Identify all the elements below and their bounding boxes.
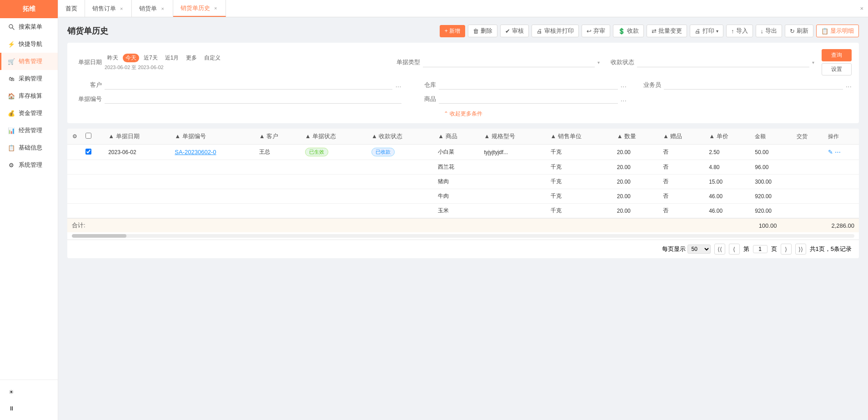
col-goods[interactable]: ▲ 商品 — [434, 129, 480, 145]
warehouse-dots-icon[interactable]: ... — [621, 81, 627, 89]
collect-status-input[interactable] — [637, 58, 809, 67]
cell-doc-no — [171, 189, 255, 204]
tab-sales-delivery[interactable]: 销货单 × — [132, 0, 173, 17]
new-button[interactable]: + 新增 — [440, 25, 465, 37]
goods-input[interactable] — [439, 94, 618, 104]
customer-label: 客户 — [75, 81, 102, 89]
col-doc-date[interactable]: ▲ 单据日期 — [105, 129, 171, 145]
goods-dots-icon[interactable]: ... — [621, 95, 627, 103]
col-collect-status[interactable]: ▲ 收款状态 — [368, 129, 434, 145]
tab-sales-order[interactable]: 销售订单 × — [85, 0, 132, 17]
customer-dots-icon[interactable]: ... — [395, 81, 401, 89]
cell-checkbox[interactable] — [82, 175, 105, 189]
delete-button[interactable]: 🗑 删除 — [468, 25, 497, 37]
page-next-btn[interactable]: ⟩ — [781, 244, 792, 255]
col-gear[interactable]: ⚙ — [67, 129, 82, 145]
date-tab-1month[interactable]: 近1月 — [162, 54, 182, 62]
page-first-btn[interactable]: ⟨⟨ — [714, 244, 725, 255]
tab-sales-delivery-close[interactable]: × — [160, 5, 165, 12]
abandon-button[interactable]: ↩ 弃审 — [582, 25, 610, 37]
doc-no-link[interactable]: SA-20230602-0 — [175, 149, 216, 155]
settings-button[interactable]: 设置 — [822, 63, 852, 75]
date-tab-more[interactable]: 更多 — [183, 54, 200, 62]
cart-icon: 🛒 — [8, 58, 15, 65]
date-filter: 昨天 今天 近7天 近1月 更多 自定义 2023-06-02 至 2023-0… — [105, 54, 223, 71]
cell-gear — [67, 204, 82, 218]
audit-button[interactable]: ✔ 审核 — [500, 25, 529, 37]
doc-no-input[interactable] — [105, 94, 401, 104]
date-tab-today[interactable]: 今天 — [123, 54, 139, 62]
cell-checkbox[interactable] — [82, 204, 105, 218]
col-sales-unit[interactable]: ▲ 销售单位 — [547, 129, 613, 145]
date-tab-custom[interactable]: 自定义 — [201, 54, 223, 62]
col-customer[interactable]: ▲ 客户 — [256, 129, 301, 145]
sidebar-item-label: 经营管理 — [19, 126, 42, 135]
sidebar-item-base-info[interactable]: 📋 基础信息 — [0, 139, 58, 156]
import-button[interactable]: ↑ 导入 — [726, 25, 753, 37]
per-page-select[interactable]: 50 100 200 — [687, 245, 711, 254]
col-doc-no[interactable]: ▲ 单据编号 — [171, 129, 255, 145]
action-edit-icon[interactable]: ✎ — [828, 149, 833, 155]
page-title: 销货单历史 — [67, 25, 108, 36]
sidebar-bottom-item2[interactable]: ⏸ — [0, 400, 58, 416]
tab-sales-history[interactable]: 销货单历史 × — [173, 0, 226, 17]
date-tab-7days[interactable]: 近7天 — [141, 54, 161, 62]
warehouse-input[interactable] — [439, 80, 618, 90]
query-button[interactable]: 查询 — [822, 49, 852, 61]
col-doc-status[interactable]: ▲ 单据状态 — [301, 129, 368, 145]
salesperson-dots-icon[interactable]: ... — [846, 81, 852, 89]
sidebar-item-search-menu[interactable]: 搜索菜单 — [0, 18, 58, 35]
col-gift[interactable]: ▲ 赠品 — [659, 129, 705, 145]
sidebar-item-purchase-mgmt[interactable]: 🛍 采购管理 — [0, 70, 58, 87]
refresh-icon: ↻ — [790, 28, 795, 35]
cell-spec — [480, 204, 547, 218]
sidebar-item-sys-mgmt[interactable]: ⚙ 系统管理 — [0, 156, 58, 174]
date-tab-yesterday[interactable]: 昨天 — [105, 54, 121, 62]
sidebar-bottom-item1[interactable]: ☀ — [0, 384, 58, 400]
cell-gear — [67, 160, 82, 175]
sidebar-item-sales-mgmt[interactable]: 🛒 销售管理 — [0, 53, 58, 70]
cell-checkbox[interactable] — [82, 145, 105, 160]
audit-print-button[interactable]: 🖨 审核并打印 — [532, 25, 579, 37]
show-detail-button[interactable]: 📋 显示明细 — [816, 25, 859, 37]
tab-sales-order-close[interactable]: × — [119, 5, 124, 12]
customer-input[interactable] — [105, 80, 392, 90]
select-all-checkbox[interactable] — [85, 133, 91, 139]
action-more-icon[interactable]: ⋯ — [835, 149, 841, 155]
page-num-input[interactable] — [753, 245, 768, 253]
cell-checkbox[interactable] — [82, 160, 105, 175]
cell-checkbox[interactable] — [82, 189, 105, 204]
table-row: 玉米 千克 20.00 否 46.00 920.00 — [67, 204, 859, 218]
sidebar-item-inventory[interactable]: 🏠 库存核算 — [0, 87, 58, 105]
cell-trade — [793, 160, 824, 175]
tab-sales-history-close[interactable]: × — [213, 5, 218, 11]
col-unit-price[interactable]: ▲ 单价 — [705, 129, 751, 145]
batch-change-button[interactable]: ⇄ 批量变更 — [647, 25, 687, 37]
print-dropdown-icon: ▾ — [716, 29, 718, 34]
refresh-button[interactable]: ↻ 刷新 — [785, 25, 813, 37]
doc-type-input[interactable] — [423, 58, 595, 67]
col-qty[interactable]: ▲ 数量 — [613, 129, 659, 145]
export-button[interactable]: ↓ 导出 — [756, 25, 783, 37]
page-label-suffix: 页 — [771, 245, 777, 253]
row-checkbox[interactable] — [85, 149, 91, 155]
cell-goods: 玉米 — [434, 204, 480, 218]
collect-button[interactable]: 💲 收款 — [613, 25, 644, 37]
col-spec[interactable]: ▲ 规格型号 — [480, 129, 547, 145]
sidebar-item-operations[interactable]: 📊 经营管理 — [0, 122, 58, 139]
table-scroll-bar[interactable] — [72, 234, 854, 238]
print-button[interactable]: 🖨 打印 ▾ — [690, 25, 723, 37]
salesperson-input[interactable] — [664, 80, 843, 90]
tab-home[interactable]: 首页 — [58, 0, 85, 17]
cell-doc-date — [105, 189, 171, 204]
cell-gift: 否 — [659, 175, 705, 189]
page-prev-btn[interactable]: ⟨ — [729, 244, 740, 255]
page-last-btn[interactable]: ⟩⟩ — [795, 244, 806, 255]
cell-unit-price: 46.00 — [705, 189, 751, 204]
window-close-btn[interactable]: × — [855, 0, 868, 17]
sidebar-item-finance[interactable]: 💰 资金管理 — [0, 105, 58, 122]
sidebar-item-quick-nav[interactable]: ⚡ 快捷导航 — [0, 35, 58, 53]
filter-collapse-btn[interactable]: ⌃ 收起更多条件 — [75, 108, 852, 121]
sidebar-item-label: 销售管理 — [19, 57, 42, 65]
col-checkbox[interactable] — [82, 129, 105, 145]
